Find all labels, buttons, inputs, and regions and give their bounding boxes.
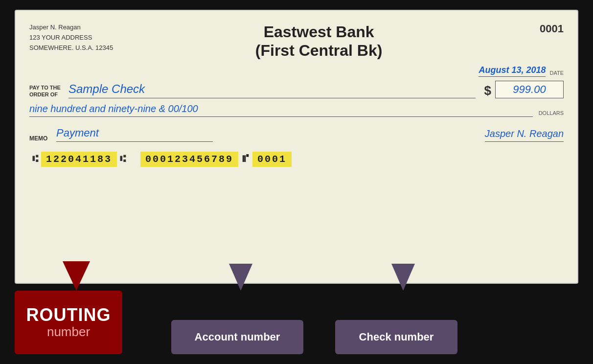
micr-symbol-left1: ⑆ xyxy=(32,154,38,165)
dollar-sign: $ xyxy=(484,83,491,98)
sender-address1: 123 YOUR ADDRESS xyxy=(29,33,113,43)
memo-value: Payment xyxy=(56,127,213,142)
sender-info: Jasper N. Reagan 123 YOUR ADDRESS SOMEWH… xyxy=(29,23,113,53)
check-number-text: Check number xyxy=(359,331,434,343)
bank-name: Eastwest Bank (First Central Bk) xyxy=(113,23,525,60)
micr-equals: ⑈ xyxy=(242,153,249,165)
sender-name: Jasper N. Reagan xyxy=(29,23,113,33)
dollars-label: DOLLARS xyxy=(539,110,564,116)
bottom-labels-area: ROUTING number Account number Check numb… xyxy=(0,286,593,364)
micr-routing: 122041183 xyxy=(41,152,117,167)
pay-to-label: PAY TO THE ORDER OF xyxy=(29,84,64,98)
arrow-account xyxy=(229,264,252,291)
account-number-text: Account number xyxy=(195,331,280,343)
micr-account: 000123456789 xyxy=(140,152,238,167)
routing-label: ROUTING number xyxy=(15,291,122,354)
micr-symbol-right1: ⑆ xyxy=(120,154,126,165)
payee-name: Sample Check xyxy=(68,82,145,95)
routing-text-line1: ROUTING xyxy=(26,305,111,325)
arrow-check xyxy=(391,264,415,291)
sender-address2: SOMEWHERE. U.S.A. 12345 xyxy=(29,43,113,53)
micr-check-number: 0001 xyxy=(252,152,292,167)
memo-label: MEMO xyxy=(29,135,56,142)
written-amount: nine hundred and ninety-nine & 00/100 xyxy=(29,103,533,117)
date-label: DATE xyxy=(549,70,564,76)
check-number-top: 0001 xyxy=(525,23,564,35)
signature: Jasper N. Reagan xyxy=(485,128,564,139)
account-number-label: Account number xyxy=(171,320,303,354)
check-document: Jasper N. Reagan 123 YOUR ADDRESS SOMEWH… xyxy=(15,10,578,284)
amount-box: 999.00 xyxy=(495,81,564,98)
micr-line: ⑆ 122041183 ⑆ ​ 000123456789 ⑈ 0001 xyxy=(29,152,564,167)
arrow-routing xyxy=(63,261,90,291)
check-number-label: Check number xyxy=(335,320,457,354)
date-value: August 13, 2018 xyxy=(479,65,546,77)
routing-text-line2: number xyxy=(47,324,90,340)
